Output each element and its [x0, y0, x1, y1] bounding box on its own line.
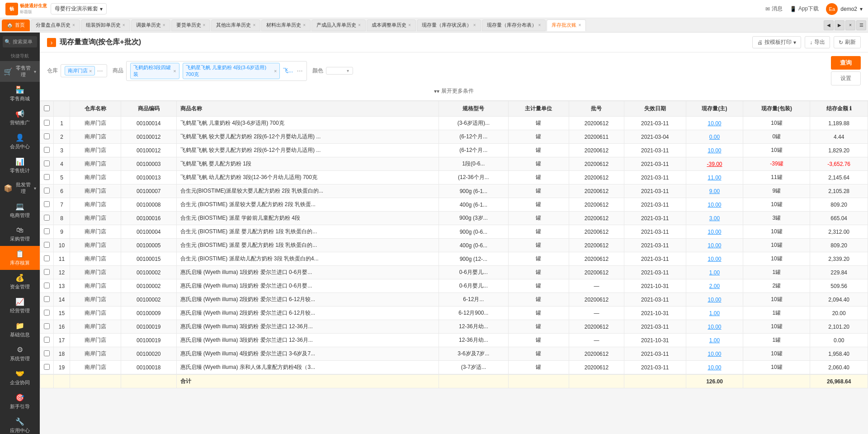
row-select[interactable]: [44, 174, 50, 180]
row-checkbox[interactable]: [40, 347, 54, 361]
row-qty-main[interactable]: 3.00: [686, 212, 743, 225]
row-select[interactable]: [44, 323, 50, 329]
close-icon[interactable]: ×: [578, 23, 581, 28]
row-qty-main[interactable]: 10.00: [686, 320, 743, 334]
row-qty-main[interactable]: -39.00: [686, 157, 743, 171]
sidebar-item-cai-gou[interactable]: 🛍 采购管理: [0, 222, 40, 246]
row-qty-main[interactable]: 10.00: [686, 347, 743, 361]
close-icon[interactable]: ×: [163, 23, 165, 28]
row-select[interactable]: [44, 310, 50, 316]
product-more-btn[interactable]: ···: [297, 67, 302, 75]
tab-qi-ta[interactable]: 其他出库单历史 ×: [211, 19, 260, 31]
row-checkbox[interactable]: [40, 361, 54, 375]
sidebar-item-hui-yuan[interactable]: 👤 会员中心: [0, 130, 40, 154]
row-checkbox[interactable]: [40, 184, 54, 198]
sidebar-item-ying-xiao[interactable]: 📢 营销推广: [0, 106, 40, 130]
sidebar-item-pi-fa[interactable]: 📦 批发管理 ▾: [0, 178, 40, 198]
row-checkbox[interactable]: [40, 171, 54, 184]
row-checkbox[interactable]: [40, 293, 54, 307]
tab-ku-fen[interactable]: 现存量（库存分布表） ×: [482, 19, 546, 31]
row-qty-main[interactable]: 9.00: [686, 184, 743, 198]
warehouse-more-btn[interactable]: ···: [97, 67, 103, 75]
search-menu-btn[interactable]: 🔍 搜索菜单: [3, 36, 37, 47]
row-qty-main[interactable]: 10.00: [686, 198, 743, 212]
message-btn[interactable]: ✉ 消息: [765, 5, 783, 13]
close-icon[interactable]: ×: [408, 23, 411, 28]
tab-chan-pin[interactable]: 产成品入库单历史 ×: [311, 19, 366, 31]
row-checkbox[interactable]: [40, 212, 54, 225]
row-select[interactable]: [44, 364, 50, 370]
tab-next-btn[interactable]: ▶: [835, 20, 844, 30]
sidebar-item-xi-tong[interactable]: ⚙ 系统管理: [0, 342, 40, 366]
tab-fen-pan[interactable]: 分量盘点单历史 ×: [31, 19, 80, 31]
select-all-checkbox[interactable]: [44, 105, 50, 111]
row-checkbox[interactable]: [40, 198, 54, 212]
row-select[interactable]: [44, 201, 50, 207]
tab-ku-zhuang[interactable]: 现存量（库存状况表） ×: [417, 19, 481, 31]
row-select[interactable]: [44, 269, 50, 275]
tab-cai-liao[interactable]: 材料出库单历史 ×: [261, 19, 311, 31]
row-checkbox[interactable]: [40, 117, 54, 130]
row-qty-main[interactable]: 10.00: [686, 144, 743, 157]
sidebar-item-dian-shang[interactable]: 💻 电商管理: [0, 198, 40, 222]
sidebar-item-zi-jin[interactable]: 💰 资金管理: [0, 270, 40, 294]
row-select[interactable]: [44, 337, 50, 343]
row-qty-main[interactable]: 0.00: [686, 130, 743, 144]
row-qty-main[interactable]: 10.00: [686, 239, 743, 252]
warehouse-input[interactable]: 南岸门店 × ···: [61, 64, 107, 77]
account-dropdown[interactable]: 母婴行业演示账套 ▾: [51, 3, 107, 14]
tab-prev-btn[interactable]: ◀: [824, 20, 834, 30]
row-checkbox[interactable]: [40, 334, 54, 347]
tab-cheng-ben[interactable]: 成本调整单历史 ×: [367, 19, 416, 31]
row-qty-main[interactable]: 2.00: [686, 279, 743, 293]
row-select[interactable]: [44, 255, 50, 261]
sidebar-item-xin-shou[interactable]: 🎯 新手引导: [0, 390, 40, 414]
product-input[interactable]: 飞鹤奶粉3段四罐装 × 飞鹤星飞帆 儿童奶粉 4段(3-6岁适用) 700克 ×…: [126, 61, 307, 81]
sidebar-item-ling-shou[interactable]: 🛒 零售管理 ▾: [0, 61, 40, 82]
row-select[interactable]: [44, 242, 50, 248]
row-qty-main[interactable]: 10.00: [686, 361, 743, 375]
close-icon[interactable]: ×: [358, 23, 361, 28]
close-icon[interactable]: ×: [72, 23, 75, 28]
row-checkbox[interactable]: [40, 279, 54, 293]
row-qty-main[interactable]: 11.00: [686, 171, 743, 184]
sidebar-item-ling-tong[interactable]: 📊 零售统计: [0, 154, 40, 178]
export-btn[interactable]: ↓ 导出: [805, 36, 830, 48]
close-icon[interactable]: ×: [203, 23, 206, 28]
sidebar-item-ling-shang[interactable]: 🏪 零售商城: [0, 82, 40, 106]
row-select[interactable]: [44, 350, 50, 356]
row-checkbox[interactable]: [40, 144, 54, 157]
tab-home[interactable]: 🏠 首页: [2, 19, 30, 31]
tab-zu-chai[interactable]: 组装拆卸单历史 ×: [81, 19, 130, 31]
tab-close-btn[interactable]: ×: [845, 20, 855, 30]
row-checkbox[interactable]: [40, 225, 54, 239]
query-btn[interactable]: 查询: [831, 56, 861, 70]
row-checkbox[interactable]: [40, 239, 54, 252]
sidebar-item-ji-chu[interactable]: 📁 基础信息: [0, 318, 40, 342]
close-icon[interactable]: ×: [123, 23, 125, 28]
row-select[interactable]: [44, 215, 50, 221]
sidebar-item-ying-yong[interactable]: 🔧 应用中心: [0, 414, 40, 434]
row-checkbox[interactable]: [40, 266, 54, 279]
row-select[interactable]: [44, 147, 50, 153]
user-area[interactable]: Ea demo2 ▾: [826, 3, 863, 15]
row-qty-main[interactable]: 10.00: [686, 225, 743, 239]
row-checkbox[interactable]: [40, 252, 54, 266]
expand-conditions-btn[interactable]: ▾▾ 展开更多条件: [434, 87, 474, 95]
row-qty-main[interactable]: 1.00: [686, 307, 743, 320]
close-icon[interactable]: ×: [303, 23, 306, 28]
warehouse-tag-close[interactable]: ×: [89, 68, 92, 74]
settings-btn[interactable]: 设置: [831, 71, 861, 85]
row-checkbox[interactable]: [40, 130, 54, 144]
app-download-btn[interactable]: 📱 App下载: [790, 5, 819, 13]
row-qty-main[interactable]: 10.00: [686, 252, 743, 266]
expand-sidebar-btn[interactable]: ›: [47, 38, 56, 47]
tab-ku-pi[interactable]: 库存批次账 ×: [547, 19, 586, 31]
row-checkbox[interactable]: [40, 157, 54, 171]
tab-yao-huo[interactable]: 要货单历史 ×: [171, 19, 211, 31]
row-checkbox[interactable]: [40, 307, 54, 320]
row-select[interactable]: [44, 188, 50, 193]
tab-more-btn[interactable]: ☰: [856, 20, 866, 30]
row-select[interactable]: [44, 296, 50, 302]
color-input[interactable]: ▾: [326, 67, 353, 75]
